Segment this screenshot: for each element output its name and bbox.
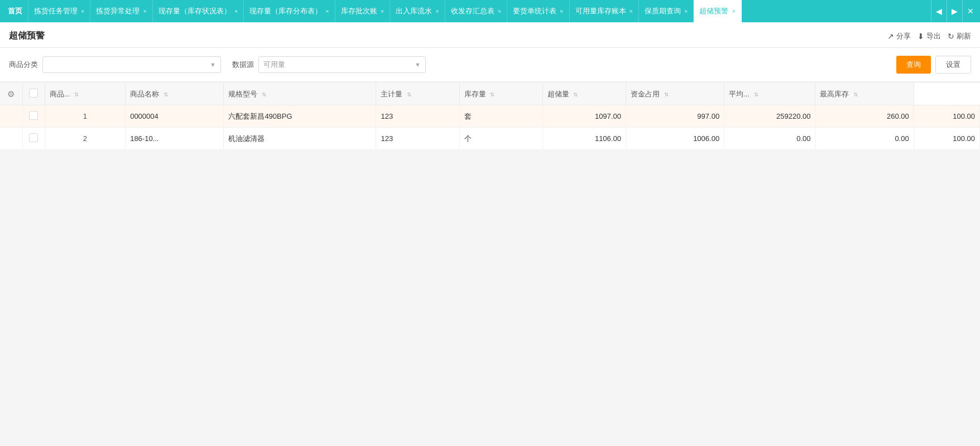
col-header-spec[interactable]: 规格型号 ⇅ xyxy=(224,83,376,105)
table-header-row: ⚙ 商品... ⇅ 商品名称 ⇅ 规格型号 ⇅ 主计量 xyxy=(0,83,980,105)
row-avg: 260.00 xyxy=(815,105,914,128)
close-tab-inout[interactable]: × xyxy=(435,8,439,14)
settings-button[interactable]: 设置 xyxy=(935,56,971,74)
col-label-stock: 库存量 xyxy=(464,90,486,98)
close-tab-stock-status[interactable]: × xyxy=(234,8,238,14)
sort-stock-icon[interactable]: ⇅ xyxy=(490,91,494,98)
col-label-product-name: 商品名称 xyxy=(130,90,159,98)
nav-close-button[interactable]: ✕ xyxy=(962,0,978,22)
filter-actions: 查询 设置 xyxy=(896,56,971,74)
nav-tab-stock-dist[interactable]: 现存量（库存分布表）× xyxy=(244,0,335,22)
col-label-overstock: 超储量 xyxy=(547,90,569,98)
data-table: ⚙ 商品... ⇅ 商品名称 ⇅ 规格型号 ⇅ 主计量 xyxy=(0,83,980,150)
close-tab-task[interactable]: × xyxy=(81,8,84,14)
row-gear-cell xyxy=(0,128,22,150)
nav-tab-batch[interactable]: 库存批次账 × xyxy=(335,0,390,22)
nav-tab-order-stat[interactable]: 要货单统计表 × xyxy=(507,0,569,22)
nav-tab-home[interactable]: 首页 xyxy=(2,0,28,22)
row-checkbox-1[interactable] xyxy=(29,133,38,142)
category-select[interactable]: ▼ xyxy=(42,56,221,73)
close-tab-available[interactable]: × xyxy=(630,8,633,14)
nav-tab-collect[interactable]: 收发存汇总表 × xyxy=(445,0,507,22)
page-header: 超储预警 ↗ 分享 ⬇ 导出 ↻ 刷新 xyxy=(0,22,980,48)
sort-product-code-icon[interactable]: ⇅ xyxy=(74,91,79,98)
row-unit: 个 xyxy=(459,128,542,150)
sort-capital-icon[interactable]: ⇅ xyxy=(664,91,669,98)
datasource-value: 可用量 xyxy=(263,60,285,70)
col-label-capital: 资金占用 xyxy=(631,90,660,98)
close-tab-batch[interactable]: × xyxy=(381,8,384,14)
export-button[interactable]: ⬇ 导出 xyxy=(917,31,941,41)
sort-product-name-icon[interactable]: ⇅ xyxy=(164,91,168,98)
share-icon: ↗ xyxy=(887,32,894,41)
sort-overstock-icon[interactable]: ⇅ xyxy=(573,91,578,98)
col-header-avg[interactable]: 平均... ⇅ xyxy=(724,83,815,105)
datasource-filter: 数据源 可用量 ▼ xyxy=(232,56,426,73)
col-header-overstock[interactable]: 超储量 ⇅ xyxy=(542,83,626,105)
close-tab-stock-dist[interactable]: × xyxy=(325,8,329,14)
row-max-stock: 100.00 xyxy=(914,105,979,128)
col-header-unit[interactable]: 主计量 ⇅ xyxy=(376,83,459,105)
nav-tab-task[interactable]: 拣货任务管理 × xyxy=(28,0,90,22)
navbar: 首页 拣货任务管理 × 拣货异常处理 × 现存量（库存状况表）× 现存量（库存分… xyxy=(0,0,980,22)
nav-next-button[interactable]: ▶ xyxy=(947,0,962,22)
table-row: 2 186-10... 机油滤清器 123 个 1106.00 1006.00 … xyxy=(0,128,980,150)
col-header-capital[interactable]: 资金占用 ⇅ xyxy=(626,83,724,105)
sort-max-stock-icon[interactable]: ⇅ xyxy=(853,91,858,98)
close-tab-overstock[interactable]: × xyxy=(732,8,735,14)
select-all-checkbox[interactable] xyxy=(29,89,38,98)
close-tab-abnormal[interactable]: × xyxy=(143,8,146,14)
col-header-check xyxy=(22,83,45,105)
refresh-icon: ↻ xyxy=(948,32,954,41)
sort-unit-icon[interactable]: ⇅ xyxy=(407,91,411,98)
nav-tab-abnormal[interactable]: 拣货异常处理 × xyxy=(90,0,152,22)
refresh-button[interactable]: ↻ 刷新 xyxy=(948,31,971,41)
query-button[interactable]: 查询 xyxy=(896,56,931,74)
row-capital: 0.00 xyxy=(724,128,815,150)
row-product-name: 六配套新昌490BPG xyxy=(224,105,376,128)
nav-tab-available[interactable]: 可用量库存账本 × xyxy=(570,0,639,22)
row-spec: 123 xyxy=(376,128,459,150)
row-checkbox-cell xyxy=(22,105,45,128)
share-button[interactable]: ↗ 分享 xyxy=(887,31,911,41)
nav-tab-quality[interactable]: 保质期查询 × xyxy=(639,0,694,22)
col-label-avg: 平均... xyxy=(729,90,750,98)
close-tab-quality[interactable]: × xyxy=(684,8,688,14)
category-filter: 商品分类 ▼ xyxy=(9,56,221,73)
row-capital: 259220.00 xyxy=(724,105,815,128)
datasource-select[interactable]: 可用量 ▼ xyxy=(258,56,426,73)
col-header-stock[interactable]: 库存量 ⇅ xyxy=(459,83,542,105)
table-container: ⚙ 商品... ⇅ 商品名称 ⇅ 规格型号 ⇅ 主计量 xyxy=(0,83,980,150)
col-header-gear: ⚙ xyxy=(0,83,22,105)
col-header-max-stock[interactable]: 最高库存 ⇅ xyxy=(815,83,914,105)
nav-tab-inout[interactable]: 出入库流水 × xyxy=(390,0,445,22)
nav-arrows: ◀ ▶ ✕ xyxy=(931,0,978,22)
category-arrow-icon: ▼ xyxy=(210,61,216,68)
header-actions: ↗ 分享 ⬇ 导出 ↻ 刷新 xyxy=(887,31,971,41)
nav-tab-overstock[interactable]: 超储预警 × xyxy=(694,0,741,22)
row-product-name: 机油滤清器 xyxy=(224,128,376,150)
row-product-code: 0000004 xyxy=(126,105,224,128)
col-header-product-name[interactable]: 商品名称 ⇅ xyxy=(126,83,224,105)
datasource-label: 数据源 xyxy=(232,60,254,70)
export-icon: ⬇ xyxy=(917,32,924,41)
col-label-spec: 规格型号 xyxy=(228,90,257,98)
row-stock: 1106.00 xyxy=(542,128,626,150)
row-checkbox-cell xyxy=(22,128,45,150)
col-label-product-code: 商品... xyxy=(50,90,70,98)
nav-prev-button[interactable]: ◀ xyxy=(931,0,947,22)
sort-spec-icon[interactable]: ⇅ xyxy=(262,91,266,98)
close-tab-collect[interactable]: × xyxy=(498,8,501,14)
row-unit: 套 xyxy=(459,105,542,128)
col-label-unit: 主计量 xyxy=(381,90,402,98)
nav-tab-stock-status[interactable]: 现存量（库存状况表）× xyxy=(153,0,244,22)
gear-icon[interactable]: ⚙ xyxy=(7,89,15,99)
col-header-product-code[interactable]: 商品... ⇅ xyxy=(45,83,126,105)
close-tab-order-stat[interactable]: × xyxy=(560,8,563,14)
row-overstock: 1006.00 xyxy=(626,128,724,150)
sort-avg-icon[interactable]: ⇅ xyxy=(754,91,758,98)
row-stock: 1097.00 xyxy=(542,105,626,128)
row-checkbox-0[interactable] xyxy=(29,111,38,120)
category-label: 商品分类 xyxy=(9,60,38,70)
row-gear-cell xyxy=(0,105,22,128)
